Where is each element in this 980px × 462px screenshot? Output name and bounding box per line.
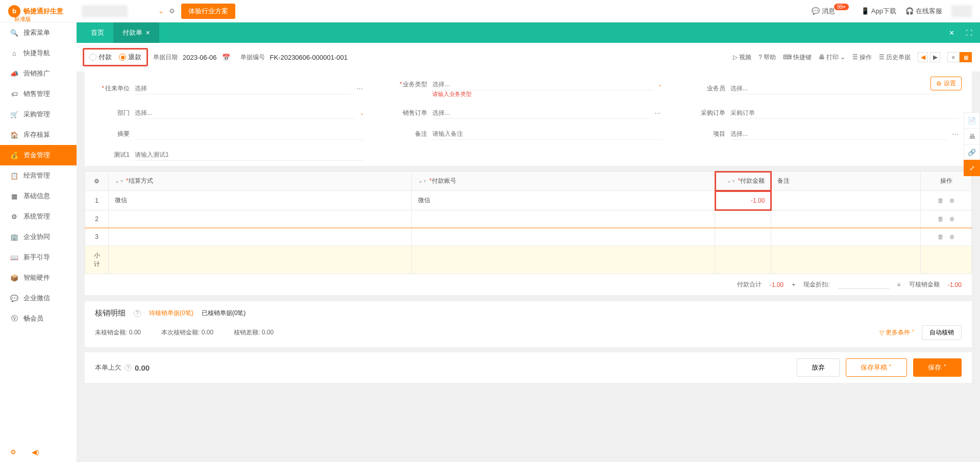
cell-remark[interactable] xyxy=(771,191,921,210)
messages-link[interactable]: 💬 消息 99+ xyxy=(812,7,852,16)
delete-row-icon[interactable]: 🗑 xyxy=(938,233,944,240)
view-form-button[interactable]: ▦ xyxy=(960,52,972,62)
th-remark[interactable]: 备注 xyxy=(771,172,921,191)
chevron-down-icon[interactable]: ⌄ xyxy=(360,110,364,116)
summary-input[interactable] xyxy=(135,128,364,140)
sidebar-item[interactable]: 🛒采购管理 xyxy=(0,104,77,125)
app-download-link[interactable]: 📱 App下载 xyxy=(861,7,896,16)
th-amount[interactable]: ▲▼*付款金额 xyxy=(715,172,771,191)
cell-settle[interactable] xyxy=(109,228,412,246)
help-icon[interactable]: ? xyxy=(134,310,141,317)
sidebar-item[interactable]: 🏢企业协同 xyxy=(0,227,77,247)
auto-writeoff-button[interactable]: 自动核销 xyxy=(922,325,962,340)
form-settings-button[interactable]: ⚙设置 xyxy=(930,77,962,90)
chevron-down-icon[interactable]: ⌄ xyxy=(658,82,662,87)
table-row[interactable]: 1 微信 微信 -1.00 🗑 ⊕ xyxy=(85,191,972,210)
clerk-input[interactable] xyxy=(730,83,947,94)
gear-icon[interactable]: ⚙ xyxy=(169,7,175,15)
test1-input[interactable] xyxy=(135,149,364,161)
save-button[interactable]: 保存 ˄ xyxy=(913,358,962,377)
cell-amount[interactable] xyxy=(715,210,771,228)
fullscreen-icon[interactable]: ⛶ xyxy=(963,27,975,39)
partner-input[interactable] xyxy=(135,83,351,94)
th-gear[interactable]: ⚙ xyxy=(85,172,109,191)
sidebar-item[interactable]: 🏠库存核算 xyxy=(0,125,77,145)
print-link[interactable]: 🖶打印⌄ xyxy=(819,53,845,62)
operate-link[interactable]: ☰操作 xyxy=(852,53,872,62)
cell-account[interactable] xyxy=(412,228,715,246)
sidebar-item[interactable]: 📖新手引导 xyxy=(0,247,77,268)
float-print-icon[interactable]: 🖶 xyxy=(964,128,980,144)
cell-settle[interactable]: 微信 xyxy=(109,191,412,210)
delete-row-icon[interactable]: 🗑 xyxy=(938,215,944,223)
cell-account[interactable]: 微信 xyxy=(412,191,715,210)
sidebar-item[interactable]: 💰资金管理 xyxy=(0,145,77,165)
add-row-icon[interactable]: ⊕ xyxy=(949,197,954,204)
close-icon[interactable]: ✕ xyxy=(145,30,150,36)
tab-close-all-icon[interactable]: ✕ xyxy=(945,27,958,39)
sidebar-item[interactable]: 📋经营管理 xyxy=(0,165,77,186)
help-link[interactable]: ?帮助 xyxy=(758,53,776,62)
tab-payment[interactable]: 付款单 ✕ xyxy=(113,22,159,43)
sidebar-item[interactable]: 📦智能硬件 xyxy=(0,268,77,288)
float-expand-icon[interactable]: ⤢ xyxy=(964,160,980,176)
settings-gear-icon[interactable]: ⚙ xyxy=(10,448,16,456)
cell-amount[interactable]: -1.00 xyxy=(715,191,771,210)
cell-amount[interactable] xyxy=(715,228,771,246)
sidebar-item[interactable]: ⌂快捷导航 xyxy=(0,43,77,63)
sidebar-item[interactable]: ⚙系统管理 xyxy=(0,206,77,227)
table-row[interactable]: 3 🗑 ⊕ xyxy=(85,228,972,246)
tab-home[interactable]: 首页 xyxy=(82,22,113,43)
more-filter-link[interactable]: ▽更多条件˄ xyxy=(879,328,915,337)
sale-order-input[interactable] xyxy=(432,107,649,119)
biz-type-input[interactable] xyxy=(432,79,652,90)
radio-refund[interactable]: 退款 xyxy=(119,53,141,62)
th-settle[interactable]: ▲▼*结算方式 xyxy=(109,172,412,191)
collapse-icon[interactable]: ◀) xyxy=(32,448,39,456)
more-icon[interactable]: ⋯ xyxy=(356,85,364,92)
save-draft-button[interactable]: 保存草稿 ˄ xyxy=(846,358,908,377)
sidebar-item[interactable]: 📣营销推广 xyxy=(0,63,77,84)
table-row[interactable]: 2 🗑 ⊕ xyxy=(85,210,972,228)
view-list-button[interactable]: ≡ xyxy=(947,52,960,62)
shortcut-link[interactable]: ⌨快捷键 xyxy=(783,53,812,62)
prev-doc-button[interactable]: ◀ xyxy=(918,52,928,62)
sidebar-item[interactable]: 💬企业微信 xyxy=(0,288,77,308)
sidebar-item[interactable]: 🔍搜索菜单 xyxy=(0,22,77,43)
calendar-icon[interactable]: 📅 xyxy=(222,54,230,61)
doc-date-value[interactable]: 2023-06-06 xyxy=(183,54,217,61)
cell-remark[interactable] xyxy=(771,228,921,246)
delete-row-icon[interactable]: 🗑 xyxy=(938,197,944,204)
history-link[interactable]: ☰历史单据 xyxy=(879,53,911,62)
org-selector[interactable]: ⌄ xyxy=(158,7,164,15)
more-icon[interactable]: ⋯ xyxy=(952,130,960,138)
help-icon[interactable]: ? xyxy=(125,364,132,371)
sidebar-item-label: 企业协同 xyxy=(23,232,50,241)
support-link[interactable]: 🎧 在线客服 xyxy=(905,7,942,16)
discard-button[interactable]: 放弃 xyxy=(797,358,840,377)
radio-pay[interactable]: 付款 xyxy=(89,53,112,62)
experience-button[interactable]: 体验行业方案 xyxy=(181,4,235,19)
sidebar-item[interactable]: 🏷销售管理 xyxy=(0,84,77,104)
cell-settle[interactable] xyxy=(109,210,412,228)
more-icon[interactable]: ⋯ xyxy=(654,109,662,117)
add-row-icon[interactable]: ⊕ xyxy=(949,215,954,223)
float-note-icon[interactable]: 📄 xyxy=(964,112,980,129)
purchase-order-input[interactable] xyxy=(730,107,960,119)
cash-discount-input[interactable] xyxy=(838,281,889,289)
add-row-icon[interactable]: ⊕ xyxy=(949,233,954,240)
float-attach-icon[interactable]: 🔗 xyxy=(964,144,980,160)
th-account[interactable]: ▲▼*付款账号 xyxy=(412,172,715,191)
tab-done[interactable]: 已核销单据(0笔) xyxy=(202,309,246,318)
sidebar-item[interactable]: Ⓥ畅会员 xyxy=(0,308,77,329)
tab-pending[interactable]: 待核销单据(0笔) xyxy=(149,309,193,318)
sidebar-item[interactable]: ▦基础信息 xyxy=(0,186,77,206)
remark-input[interactable] xyxy=(432,128,662,140)
user-avatar-blurred[interactable] xyxy=(951,5,972,17)
project-input[interactable] xyxy=(730,128,947,140)
cell-account[interactable] xyxy=(412,210,715,228)
video-link[interactable]: ▷视频 xyxy=(733,53,751,62)
next-doc-button[interactable]: ▶ xyxy=(930,52,940,62)
dept-input[interactable] xyxy=(135,107,355,119)
cell-remark[interactable] xyxy=(771,210,921,228)
